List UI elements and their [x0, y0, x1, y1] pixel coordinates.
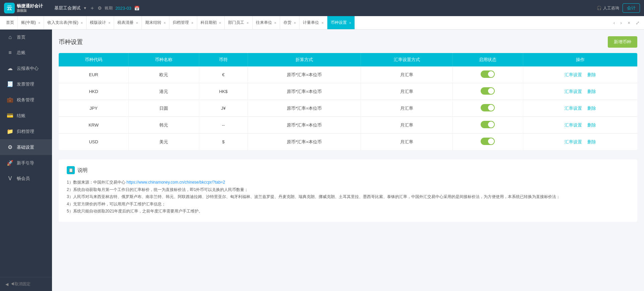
- checkout-icon: 💳: [7, 112, 13, 119]
- sidebar-pin-toggle[interactable]: ◀ ◀取消固定: [0, 277, 52, 291]
- add-tab-icon[interactable]: ＋: [90, 5, 95, 12]
- tab-close-period[interactable]: ×: [164, 21, 166, 25]
- toggle-thumb-3: [488, 122, 494, 128]
- cell-actions-3: 汇率设置 删除: [523, 117, 637, 134]
- tab-close-contacts[interactable]: ×: [274, 21, 276, 25]
- delete-link-0[interactable]: 删除: [587, 72, 596, 77]
- rate-settings-link-2[interactable]: 汇率设置: [565, 106, 582, 111]
- tab-home[interactable]: 首页: [3, 16, 18, 30]
- tax-icon: 💼: [7, 97, 13, 103]
- dropdown-icon[interactable]: ▼: [83, 6, 87, 10]
- tab-close-dept[interactable]: ×: [247, 21, 249, 25]
- note-item-3: 4）无官方牌价的币种，可以用用户手工维护汇率信息；: [67, 201, 629, 208]
- rate-settings-link-3[interactable]: 汇率设置: [565, 123, 582, 128]
- cell-status-4: [453, 134, 523, 150]
- toggle-track-0: [481, 70, 495, 78]
- rate-settings-link-1[interactable]: 汇率设置: [565, 89, 582, 94]
- table-row: KRW 韩元 -- 原币*汇率=本位币 月汇率 汇率设置 删除: [59, 117, 637, 134]
- tab-units[interactable]: 计量单位 ×: [300, 16, 327, 30]
- tab-inventory[interactable]: 存货 ×: [280, 16, 300, 30]
- tab-close-zhongqi[interactable]: ×: [38, 21, 40, 25]
- tab-contacts[interactable]: 往来单位 ×: [253, 16, 280, 30]
- note-item-2: 3）人民币对马来西亚林吉特、俄罗斯卢布、南非兰特、韩元、阿联酋迪拉姆、沙特里亚尔…: [67, 193, 629, 201]
- sidebar-item-reports[interactable]: ☁ 云报表中心: [0, 60, 52, 76]
- note-item-4: 5）系统只能自动抓取2021年度后的汇率，之前年度汇率需要用户手工维护。: [67, 208, 629, 215]
- note-item-1: 2）系统自动获取每月第一个工作日的汇率标价，统一为直接标价法，即1外币可以兑换的…: [67, 186, 629, 194]
- main-layout: ⌂ 首页 ≡ 总账 ☁ 云报表中心 🧾 发票管理 💼 税务管理 💳 结账 📁 归…: [0, 30, 644, 291]
- cell-actions-2: 汇率设置 删除: [523, 100, 637, 117]
- toggle-2[interactable]: [481, 104, 495, 111]
- basic-settings-icon: ⚙: [7, 144, 13, 150]
- cell-name-3: 韩元: [128, 117, 199, 134]
- sidebar-item-newbie[interactable]: 🚀 新手引导: [0, 155, 52, 171]
- tab-close-income[interactable]: ×: [80, 21, 83, 25]
- tab-template[interactable]: 模版设计 ×: [87, 16, 114, 30]
- table-header: 币种代码 币种名称 币符 折算方式 汇率设置方式 启用状态 操作: [59, 53, 637, 66]
- table-row: HKD 港元 HK$ 原币*汇率=本位币 月汇率 汇率设置 删除: [59, 83, 637, 100]
- tab-tax[interactable]: 税表清册 ×: [114, 16, 142, 30]
- cell-actions-0: 汇率设置 删除: [523, 66, 637, 83]
- page-title-row: 币种设置 新增币种: [59, 36, 637, 48]
- settings-icon[interactable]: ⚙: [98, 5, 102, 11]
- tab-currency[interactable]: 币种设置 ×: [327, 16, 355, 30]
- tab-dept[interactable]: 部门员工 ×: [225, 16, 252, 30]
- sidebar-item-home[interactable]: ⌂ 首页: [0, 30, 52, 45]
- tab-close-archive[interactable]: ×: [191, 21, 193, 25]
- cell-code-1: HKD: [59, 83, 128, 100]
- logo-main: 畅捷通好会计: [17, 3, 43, 9]
- tab-close-currency[interactable]: ×: [349, 21, 351, 25]
- delete-link-2[interactable]: 删除: [587, 106, 596, 111]
- delete-link-3[interactable]: 删除: [587, 123, 596, 128]
- toggle-4[interactable]: [481, 138, 495, 145]
- tab-close-all-icon[interactable]: ×: [625, 19, 633, 27]
- cell-status-2: [453, 100, 523, 117]
- account-button[interactable]: 会计: [623, 3, 640, 13]
- sidebar-item-vip[interactable]: V 畅会员: [0, 171, 52, 186]
- rate-settings-link-0[interactable]: 汇率设置: [565, 72, 582, 77]
- cell-name-2: 日圆: [128, 100, 199, 117]
- tab-next-icon[interactable]: ›: [618, 20, 624, 26]
- support-button[interactable]: 🎧 人工咨询: [597, 5, 619, 11]
- cell-rate-method-2: 月汇率: [361, 100, 453, 117]
- period-value: 2023-03: [115, 6, 131, 11]
- tab-subject-init[interactable]: 科目期初 ×: [197, 16, 225, 30]
- tab-close-template[interactable]: ×: [108, 21, 110, 25]
- tab-close-inventory[interactable]: ×: [294, 21, 296, 25]
- toggle-1[interactable]: [481, 87, 495, 95]
- rate-settings-link-4[interactable]: 汇率设置: [565, 139, 582, 144]
- tab-income[interactable]: 收入支出表(年报) ×: [44, 16, 86, 30]
- toggle-track-1: [481, 87, 495, 95]
- sidebar-item-basic[interactable]: ⚙ 基础设置: [0, 139, 52, 155]
- period-label: 账期: [105, 5, 113, 11]
- tab-close-subject[interactable]: ×: [219, 21, 221, 25]
- col-symbol: 币符: [199, 53, 248, 66]
- col-code: 币种代码: [59, 53, 128, 66]
- tab-archive[interactable]: 归档管理 ×: [169, 16, 197, 30]
- sidebar-item-tax[interactable]: 💼 税务管理: [0, 92, 52, 108]
- sidebar-item-invoice[interactable]: 🧾 发票管理: [0, 76, 52, 92]
- tab-prev-icon[interactable]: ‹: [611, 20, 617, 26]
- sidebar-item-checkout[interactable]: 💳 结账: [0, 108, 52, 124]
- tab-period-close[interactable]: 期末结转 ×: [142, 16, 169, 30]
- tab-close-units[interactable]: ×: [321, 21, 323, 25]
- calendar-icon[interactable]: 📅: [134, 6, 140, 11]
- sidebar-item-archive[interactable]: 📁 归档管理: [0, 124, 52, 139]
- tab-zhongqi[interactable]: 账(中期) ×: [18, 16, 44, 30]
- delete-link-1[interactable]: 删除: [587, 89, 596, 94]
- archive-icon: 📁: [7, 128, 13, 135]
- new-currency-button[interactable]: 新增币种: [608, 36, 637, 48]
- cell-actions-4: 汇率设置 删除: [523, 134, 637, 150]
- top-header: 云 畅捷通好会计 旗舰版 基层工会测试 ▼ ＋ ⚙ 账期 2023-03 📅 🎧…: [0, 0, 644, 16]
- toggle-3[interactable]: [481, 121, 495, 128]
- toggle-thumb-4: [488, 138, 494, 144]
- toggle-track-4: [481, 138, 495, 145]
- tab-expand-icon[interactable]: ⤢: [634, 19, 641, 27]
- note-link-0[interactable]: https://www.chinamoney.com.cn/chinese/bk…: [126, 180, 225, 185]
- cell-name-0: 欧元: [128, 66, 199, 83]
- tab-close-tax[interactable]: ×: [136, 21, 138, 25]
- delete-link-4[interactable]: 删除: [587, 139, 596, 144]
- ledger-icon: ≡: [7, 50, 13, 56]
- sidebar-item-ledger[interactable]: ≡ 总账: [0, 45, 52, 60]
- toggle-0[interactable]: [481, 70, 495, 78]
- company-name: 基层工会测试: [54, 5, 80, 11]
